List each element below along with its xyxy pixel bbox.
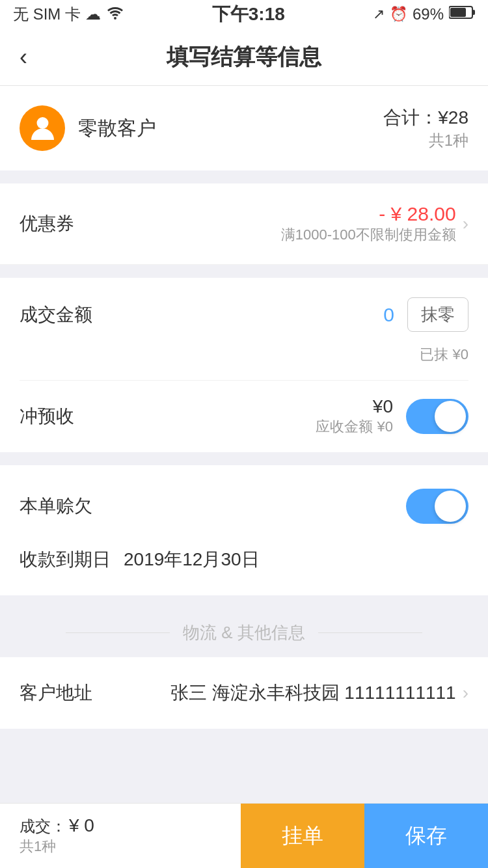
prepay-sub: 应收金额 ¥0: [316, 417, 393, 437]
alarm-icon: ⏰: [390, 6, 407, 23]
save-button[interactable]: 保存: [364, 804, 488, 869]
logistics-text: 物流 & 其他信息: [0, 621, 488, 644]
battery-level: 69%: [413, 5, 444, 23]
bottom-bar: 成交： ¥ 0 共1种 挂单 保存: [0, 803, 488, 868]
deal-amount-value[interactable]: 0: [368, 304, 394, 326]
prepay-row: 冲预收 ¥0 应收金额 ¥0: [20, 380, 468, 452]
credit-row: 本单赊欠: [0, 465, 488, 547]
bottom-deal-amount: ¥ 0: [69, 815, 94, 836]
location-icon: ↗: [373, 6, 385, 23]
nav-bar: ‹ 填写结算等信息: [0, 29, 488, 86]
prepay-toggle[interactable]: [406, 399, 468, 434]
address-chevron-icon: ›: [463, 683, 468, 703]
bottom-info: 成交： ¥ 0 共1种: [0, 815, 241, 856]
svg-rect-1: [472, 10, 475, 15]
page-title: 填写结算等信息: [167, 42, 321, 72]
customer-row: 零散客户 合计：¥28 共1种: [0, 86, 488, 170]
address-row[interactable]: 客户地址 张三 海淀永丰科技园 11111111111 ›: [0, 657, 488, 729]
deal-amount-row: 成交金额 0 抹零: [20, 297, 468, 345]
total-count: 共1种: [383, 130, 468, 151]
prepay-info: ¥0 应收金额 ¥0: [316, 396, 393, 437]
coupon-amount: - ¥ 28.00: [281, 203, 456, 225]
status-left: 无 SIM 卡 ☁: [13, 4, 124, 25]
credit-toggle-knob: [435, 491, 466, 522]
address-label: 客户地址: [20, 681, 92, 705]
coupon-right: - ¥ 28.00 满1000-100不限制使用金额 ›: [281, 203, 468, 245]
bottom-deal-label: 成交：: [20, 816, 66, 837]
deal-amount-sub: 已抹 ¥0: [20, 345, 468, 380]
due-date-row[interactable]: 收款到期日 2019年12月30日: [0, 547, 488, 595]
total-amount: 合计：¥28: [383, 105, 468, 130]
coupon-row[interactable]: 优惠券 - ¥ 28.00 满1000-100不限制使用金额 ›: [0, 183, 488, 265]
due-date-label: 收款到期日: [20, 547, 111, 572]
coupon-section[interactable]: 优惠券 - ¥ 28.00 满1000-100不限制使用金额 ›: [0, 183, 488, 265]
hold-button[interactable]: 挂单: [241, 804, 364, 869]
toggle-knob: [435, 401, 466, 432]
svg-point-3: [36, 117, 48, 129]
deal-amount-label: 成交金额: [20, 303, 92, 327]
address-section[interactable]: 客户地址 张三 海淀永丰科技园 11111111111 ›: [0, 657, 488, 729]
bottom-count: 共1种: [20, 837, 221, 856]
customer-left: 零散客户: [20, 105, 156, 151]
chevron-right-icon: ›: [463, 213, 468, 234]
sim-status: 无 SIM 卡 ☁: [13, 4, 101, 25]
credit-section: 本单赊欠 收款到期日 2019年12月30日: [0, 465, 488, 595]
bottom-deal-row: 成交： ¥ 0: [20, 815, 221, 837]
address-value: 张三 海淀永丰科技园 11111111111: [105, 681, 456, 705]
customer-name: 零散客户: [78, 115, 156, 142]
coupon-desc: 满1000-100不限制使用金额: [281, 225, 456, 245]
due-date-value: 2019年12月30日: [124, 547, 260, 572]
prepay-right: ¥0 应收金额 ¥0: [316, 396, 468, 437]
battery-icon: [449, 5, 475, 23]
avatar: [20, 105, 65, 151]
coupon-label: 优惠券: [20, 211, 74, 236]
logistics-line-right: [318, 632, 422, 633]
credit-label: 本单赊欠: [20, 494, 92, 519]
prepay-amount: ¥0: [316, 396, 393, 417]
credit-toggle[interactable]: [406, 489, 468, 524]
coupon-info: - ¥ 28.00 满1000-100不限制使用金额: [281, 203, 456, 245]
round-off-button[interactable]: 抹零: [407, 297, 468, 332]
prepay-label: 冲预收: [20, 404, 74, 429]
status-right: ↗ ⏰ 69%: [373, 5, 475, 23]
back-button[interactable]: ‹: [20, 44, 27, 71]
person-icon: [28, 114, 57, 143]
svg-rect-2: [450, 8, 466, 17]
logistics-divider: 物流 & 其他信息: [0, 608, 488, 657]
wifi-icon: [106, 5, 124, 23]
deal-amount-right: 0 抹零: [368, 297, 468, 332]
logistics-line-left: [66, 632, 170, 633]
logistics-label: 物流 & 其他信息: [183, 621, 305, 644]
status-time: 下午3:18: [212, 2, 285, 27]
deal-amount-section: 成交金额 0 抹零 已抹 ¥0 冲预收 ¥0 应收金额 ¥0: [0, 278, 488, 452]
customer-summary: 合计：¥28 共1种: [383, 105, 468, 151]
status-bar: 无 SIM 卡 ☁ 下午3:18 ↗ ⏰ 69%: [0, 0, 488, 29]
